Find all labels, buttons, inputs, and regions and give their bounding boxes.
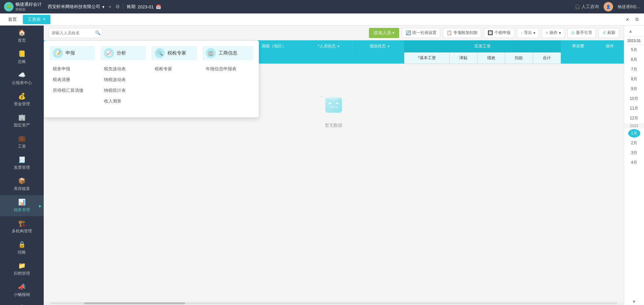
dropdown-category-declare: 📝 申报 税务申报 税表清册 所得税汇算清缴 — [49, 46, 101, 112]
dropdown-category-analysis: 📈 分析 税负波动表 纳税波动表 纳税统计表 收入测算 — [101, 46, 152, 112]
tab-bar: 首页 工资表 ✕ ✕ ⧉ — [0, 13, 644, 26]
search-icon: 🔍 — [95, 30, 101, 35]
sidebar-item-asset[interactable]: 🏢 固定资产 — [0, 110, 44, 131]
sidebar-item-fund[interactable]: 💰 资金管理 — [0, 89, 44, 110]
win-controls: ✕ ⧉ — [624, 16, 641, 23]
settings-icon[interactable]: ⚙ — [115, 4, 120, 10]
sidebar-item-salary[interactable]: 💼 工资 — [0, 131, 44, 153]
calendar-month-9[interactable]: 9月 — [624, 84, 644, 94]
user-name[interactable]: 畅捷通B组... — [618, 4, 640, 10]
menu-item-tax-burden[interactable]: 税负波动表 — [101, 64, 146, 74]
calendar-month-8[interactable]: 8月 — [624, 74, 644, 84]
header-divider — [123, 3, 123, 10]
operate-icon: ≡ — [545, 30, 548, 35]
th-performance: 绩效 — [477, 52, 505, 64]
service-button[interactable]: 🎧 人工咨询 — [575, 4, 599, 10]
calendar-icon[interactable]: 📅 — [156, 4, 161, 9]
home-icon: 🏠 — [18, 29, 26, 36]
refresh-btn-label: 刷新 — [607, 30, 615, 36]
calendar-down-btn[interactable]: ▼ — [629, 298, 639, 305]
calendar-month-1[interactable]: 1月 — [628, 129, 640, 138]
calendar-month-4[interactable]: 4月 — [624, 158, 644, 167]
th-deduction: 扣款 — [505, 52, 533, 64]
multi-icon: 🏗️ — [18, 220, 26, 227]
company-selector[interactable]: 西安虾米网络科技有限公司 ▾ — [48, 4, 105, 10]
calendar-header: ▲ — [624, 26, 644, 37]
sidebar-item-ledger[interactable]: 📒 总账 — [0, 47, 44, 68]
toolbar: 🔍 添加人员 ▾ 🔄 统一社保设置 📋 专项附加扣除 🔲 个税申报 — [44, 26, 624, 40]
add-person-button[interactable]: 添加人员 ▾ — [369, 28, 399, 38]
home-tab-label: 首页 — [8, 16, 17, 23]
special-icon: 📋 — [447, 30, 452, 35]
menu-item-tax-table[interactable]: 税表清册 — [49, 74, 95, 85]
sidebar-item-archive[interactable]: 📁 归档管理 — [0, 259, 44, 280]
tab-home[interactable]: 首页 — [3, 15, 22, 24]
menu-item-tax-expert[interactable]: 税检专家 — [151, 64, 197, 74]
social-insurance-btn[interactable]: 🔄 统一社保设置 — [402, 28, 440, 38]
scroll-track — [50, 302, 617, 304]
calendar-year-2023: 2023 — [624, 123, 644, 128]
headphone-icon: 🎧 — [575, 4, 580, 9]
export-btn[interactable]: ↑ 导出 ▾ — [517, 28, 539, 38]
marketing-icon: 📣 — [18, 283, 26, 291]
guide-btn[interactable]: ⊙ 新手引导 — [567, 28, 596, 38]
service-label: 人工咨询 — [581, 4, 599, 10]
sidebar-item-cloud[interactable]: ☁️ 云报表中心 — [0, 68, 44, 89]
tax-declare-btn[interactable]: 🔲 个税申报 — [484, 28, 514, 38]
expert-category-title: 税检专家 — [167, 50, 186, 56]
archive-icon: 📁 — [18, 262, 26, 269]
win-restore-btn[interactable]: ⧉ — [633, 16, 641, 23]
menu-item-tax-stats[interactable]: 纳税统计表 — [101, 85, 146, 96]
win-close-btn[interactable]: ✕ — [624, 16, 631, 23]
refresh-btn[interactable]: ↺ 刷新 — [599, 28, 619, 38]
guide-btn-label: 新手引导 — [576, 30, 592, 36]
dropdown-menu: 📝 申报 税务申报 税表清册 所得税汇算清缴 📈 分析 税负波动表 — [44, 40, 259, 118]
special-deduction-btn[interactable]: 📋 专项附加扣除 — [443, 28, 481, 38]
sidebar-item-marketing[interactable]: 📣 小畅报销 — [0, 280, 44, 301]
dropdown-category-bizinfo: 🏢 工商信息 年报信息申报表 — [202, 46, 254, 112]
bottom-scrollbar[interactable] — [44, 302, 624, 305]
sidebar-item-home[interactable]: 🏠 首页 — [0, 26, 44, 47]
empty-state-icon: ✦ ✦ ✦ — [317, 91, 350, 118]
search-input[interactable] — [51, 31, 95, 35]
category-header-expert: 🔍 税检专家 — [151, 46, 197, 60]
add-company-btn[interactable]: ＋ — [107, 3, 113, 10]
menu-item-tax-wave[interactable]: 纳税波动表 — [101, 74, 146, 85]
sidebar-item-inventory[interactable]: 📦 库存核算 — [0, 174, 44, 195]
sidebar-item-tax[interactable]: 📊 税务管理 ▶ — [0, 195, 44, 216]
calendar-up-btn[interactable]: ▲ — [626, 28, 636, 34]
calendar-month-6[interactable]: 6月 — [624, 55, 644, 65]
menu-item-annual-report[interactable]: 年报信息申报表 — [202, 64, 254, 74]
sidebar-item-invoice[interactable]: 🧾 发票管理 — [0, 153, 44, 174]
app-logo-icon: 🍀 — [4, 2, 13, 11]
th-report-status[interactable]: 报送状态 ▾ — [355, 40, 404, 52]
operate-btn[interactable]: ≡ 操作 ▾ — [542, 28, 565, 38]
calendar-month-5[interactable]: 5月 — [624, 45, 644, 55]
export-btn-label: 导出 — [524, 30, 532, 36]
salary-icon: 💼 — [18, 135, 26, 142]
tax-icon: 📊 — [18, 198, 26, 206]
sidebar-item-multi[interactable]: 🏗️ 多机构管理 — [0, 216, 44, 237]
sidebar-item-closing[interactable]: 🔒 结账 — [0, 237, 44, 259]
calendar-month-2[interactable]: 2月 — [624, 138, 644, 148]
category-header-bizinfo: 🏢 工商信息 — [202, 46, 254, 60]
tab-close-icon[interactable]: ✕ — [43, 17, 46, 22]
tab-salary[interactable]: 工资表 ✕ — [23, 15, 50, 24]
calendar-month-12[interactable]: 12月 — [624, 113, 644, 123]
calendar-month-3[interactable]: 3月 — [624, 148, 644, 158]
calendar-month-7[interactable]: 7月 — [624, 65, 644, 74]
svg-text:✦: ✦ — [320, 94, 323, 98]
calendar-month-11[interactable]: 11月 — [624, 104, 644, 113]
menu-item-income-estimate[interactable]: 收入测算 — [101, 96, 146, 107]
sidebar-item-basic[interactable]: ⚙️ 基础设置 — [0, 301, 44, 305]
tax-declare-icon: 🔲 — [488, 30, 493, 35]
th-personnel-status[interactable]: *人员状态 ▾ — [302, 40, 355, 52]
social-btn-label: 统一社保设置 — [412, 30, 437, 36]
company-dropdown-icon[interactable]: ▾ — [102, 4, 105, 9]
menu-item-income-tax[interactable]: 所得税汇算清缴 — [49, 85, 95, 96]
calendar-month-10[interactable]: 10月 — [624, 94, 644, 104]
menu-item-tax-declare[interactable]: 税务申报 — [49, 64, 95, 74]
declare-category-icon: 📝 — [53, 48, 63, 58]
right-calendar-panel: ▲ 2023.01 5月 6月 7月 8月 9月 10月 11月 12月 202… — [624, 26, 644, 305]
scroll-thumb[interactable] — [84, 302, 185, 304]
